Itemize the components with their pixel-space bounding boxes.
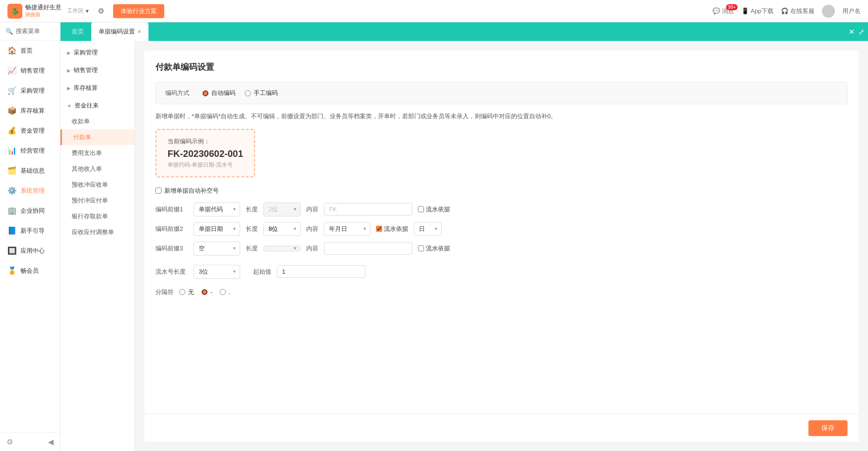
arrow-icon: ▶ (67, 68, 71, 73)
auto-fill-label: 新增单据自动补空号 (164, 187, 219, 195)
content1-input[interactable] (324, 203, 412, 215)
page-container: 付款单编码设置 编码方式 自动编码 手工编码 (144, 50, 859, 414)
auto-code-option[interactable]: 自动编码 (202, 89, 236, 97)
avatar (822, 5, 835, 18)
serial1-checkbox-row[interactable]: 流水依据 (418, 205, 450, 214)
serial3-checkbox[interactable] (418, 245, 424, 251)
arrow-icon: ▶ (67, 50, 71, 55)
length2-select[interactable]: 8位 (263, 222, 301, 236)
serial3-checkbox-row[interactable]: 流水依据 (418, 244, 450, 253)
settings-icon[interactable]: ⚙ (94, 5, 108, 18)
preview-label: 当前编码示例： (168, 137, 243, 146)
sidebar-item-purchase[interactable]: 🛒 采购管理 (0, 81, 60, 101)
workspace-name: 工作区 (67, 7, 84, 15)
length3-select[interactable] (263, 246, 301, 251)
preview-code: FK-20230602-001 (168, 148, 243, 159)
sidebar-item-label: 资金管理 (20, 127, 45, 135)
manual-code-radio[interactable] (245, 90, 251, 96)
sidebar-item-system[interactable]: ⚙️ 系统管理 (0, 181, 60, 201)
sec-group-purchase-title[interactable]: ▶ 采购管理 (61, 45, 135, 61)
search-menu[interactable]: 🔍 搜索菜单 (0, 22, 60, 40)
separator-none[interactable]: 无 (179, 288, 194, 296)
serial2-checkbox[interactable] (376, 226, 382, 232)
separator-options: 无 - . (179, 288, 230, 296)
sidebar-item-guide[interactable]: 📘 新手引导 (0, 221, 60, 241)
save-button[interactable]: 保存 (808, 420, 848, 436)
sec-item-payment[interactable]: 付款单 (61, 129, 135, 145)
auto-fill-checkbox[interactable] (155, 188, 161, 194)
trial-button[interactable]: 体验行业方案 (113, 4, 164, 18)
serial2-checkbox-row[interactable]: 流水依据 (376, 225, 408, 233)
sec-item-other-income[interactable]: 其他收入单 (61, 161, 135, 177)
content3-label: 内容 (306, 244, 318, 253)
separator-dot[interactable]: - (202, 289, 212, 296)
workspace-dropdown[interactable]: 工作区 ▾ (67, 7, 89, 15)
separator-dash[interactable]: . (220, 289, 230, 296)
separator-none-radio[interactable] (179, 289, 185, 295)
sidebar-item-stock[interactable]: 📦 库存核算 (0, 101, 60, 121)
tab-bar: 首页 单据编码设置 × ✕ ⤢ (61, 22, 868, 41)
group-label: 库存核算 (74, 84, 98, 92)
close-window-icon[interactable]: ✕ (848, 27, 855, 36)
sidebar-item-finance[interactable]: 💰 资金管理 (0, 121, 60, 141)
main-content: 付款单编码设置 编码方式 自动编码 手工编码 (135, 41, 868, 451)
sidebar-item-vip[interactable]: 🏅 畅会员 (0, 261, 60, 281)
serial1-checkbox[interactable] (418, 206, 424, 212)
tab-current[interactable]: 单据编码设置 × (91, 22, 148, 41)
tab-home-label: 首页 (72, 27, 84, 36)
serial-length-select[interactable]: 3位 (194, 265, 240, 279)
sec-item-adjustment[interactable]: 应收应付调整单 (61, 224, 135, 240)
guide-icon: 📘 (7, 226, 17, 235)
sidebar-item-home[interactable]: 🏠 首页 (0, 40, 60, 61)
sec-item-expense[interactable]: 费用支出单 (61, 145, 135, 161)
start-value-input[interactable] (277, 265, 365, 278)
tab-current-label: 单据编码设置 (99, 27, 135, 36)
start-value-label: 起始值 (253, 268, 271, 276)
content2-select[interactable]: 年月日 (324, 222, 370, 236)
sidebar-item-operation[interactable]: 📊 经营管理 (0, 141, 60, 161)
vip-icon: 🏅 (7, 266, 17, 275)
sec-item-bank[interactable]: 银行存取款单 (61, 209, 135, 224)
prefix2-select[interactable]: 单据日期 (194, 222, 240, 236)
auto-code-radio[interactable] (202, 90, 209, 96)
prefix3-select[interactable]: 空 (194, 242, 240, 256)
sec-group-finance-title[interactable]: ▼ 资金往来 (61, 98, 135, 114)
tab-close-icon[interactable]: × (138, 28, 141, 35)
app-download-button[interactable]: 📱 App下载 (741, 7, 774, 15)
bottom-bar: 保存 (144, 414, 859, 442)
arrow-icon: ▶ (67, 86, 71, 91)
content3-input[interactable] (324, 242, 412, 255)
online-service-button[interactable]: 🎧 在线客服 (781, 7, 814, 15)
sec-group-sales-title[interactable]: ▶ 销售管理 (61, 62, 135, 78)
message-button[interactable]: 💬 消息 99+ (713, 7, 734, 15)
serial2-period-select[interactable]: 日 (414, 222, 442, 236)
sidebar-item-sales[interactable]: 📈 销售管理 (0, 61, 60, 81)
sec-group-purchase: ▶ 采购管理 (61, 45, 135, 61)
prefix2-label: 编码前缀2 (155, 225, 188, 233)
settings-bottom-icon[interactable]: ⚙ (7, 438, 13, 446)
sidebar-item-basic[interactable]: 🗂️ 基础信息 (0, 161, 60, 181)
sidebar-item-label: 新手引导 (20, 227, 45, 235)
collapse-icon[interactable]: ◀ (48, 438, 54, 446)
sec-group-stock-title[interactable]: ▶ 库存核算 (61, 80, 135, 96)
tab-bar-left: 首页 单据编码设置 × (64, 22, 148, 41)
message-badge: 99+ (726, 4, 738, 10)
separator-dash-radio[interactable] (220, 289, 226, 295)
basic-icon: 🗂️ (7, 166, 17, 175)
auto-fill-row[interactable]: 新增单据自动补空号 (155, 187, 848, 195)
tab-home[interactable]: 首页 (64, 22, 91, 41)
length3-label: 长度 (246, 244, 258, 253)
content2-label: 内容 (306, 225, 318, 233)
manual-code-option[interactable]: 手工编码 (245, 89, 278, 97)
maximize-icon[interactable]: ⤢ (858, 27, 864, 36)
sidebar-item-apps[interactable]: 🔲 应用中心 (0, 241, 60, 261)
sec-item-advance-payment[interactable]: 预付冲应付单 (61, 193, 135, 209)
separator-dot-radio[interactable] (202, 289, 208, 295)
group-label: 资金往来 (74, 101, 99, 110)
sidebar-item-enterprise[interactable]: 🏢 企业协同 (0, 201, 60, 221)
sec-item-receipt[interactable]: 收款单 (61, 114, 135, 129)
length1-select[interactable]: 2位 (263, 202, 301, 216)
prefix1-select[interactable]: 单据代码 (194, 202, 240, 216)
encoding-mode-label: 编码方式 (165, 89, 189, 97)
sec-item-advance-receipt[interactable]: 预收冲应收单 (61, 177, 135, 193)
